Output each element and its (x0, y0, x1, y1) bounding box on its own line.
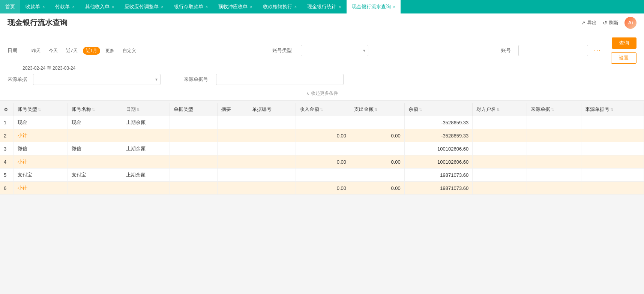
date-btn-1month[interactable]: 近1月 (83, 47, 101, 55)
data-table: ⚙ 账号类型⇅ 账号名称⇅ 日期⇅ 单据类型 摘要 单据编号 收入金额⇅ (0, 103, 644, 195)
refresh-button[interactable]: ↺ 刷新 (603, 19, 618, 26)
nav-label-prepay: 预收冲应收单 (218, 0, 248, 13)
td-summary (218, 182, 248, 195)
close-icon-collection[interactable]: × (294, 0, 297, 13)
settings-button[interactable]: 设置 (611, 52, 636, 64)
th-account-type[interactable]: 账号类型⇅ (14, 103, 68, 116)
sort-icon-account-name: ⇅ (92, 107, 95, 112)
td-expense: 0.00 (350, 129, 405, 142)
th-expense[interactable]: 支出金额⇅ (350, 103, 405, 116)
th-source-doc-no[interactable]: 来源单据号⇅ (581, 103, 644, 116)
td-date (122, 155, 170, 169)
td-doc-type (170, 182, 218, 195)
account-type-select[interactable] (301, 45, 368, 56)
source-doc-label: 来源单据 (8, 76, 27, 83)
th-income[interactable]: 收入金额⇅ (296, 103, 350, 116)
th-account-name[interactable]: 账号名称⇅ (68, 103, 122, 116)
td-account-name: 微信 (68, 142, 122, 155)
date-btn-yesterday[interactable]: 昨天 (29, 47, 44, 55)
nav-item-bank-deposit[interactable]: 银行存取款单 × (169, 0, 213, 13)
nav-item-receipt[interactable]: 收款单 × (20, 0, 50, 13)
close-icon-bank-stats[interactable]: × (339, 0, 341, 13)
th-doc-no: 单据编号 (248, 103, 296, 116)
date-btn-today[interactable]: 今天 (46, 47, 61, 55)
nav-label-collection: 收款核销执行 (263, 0, 292, 13)
td-source-doc-no (581, 182, 644, 195)
td-source-doc (527, 129, 581, 142)
top-navigation: 首页 收款单 × 付款单 × 其他收入单 × 应收应付调整单 × 银行存取款单 … (0, 0, 644, 13)
td-row-no: 4 (0, 155, 14, 169)
close-icon-payment[interactable]: × (72, 0, 74, 13)
th-summary: 摘要 (218, 103, 248, 116)
th-gear[interactable]: ⚙ (0, 103, 14, 116)
td-account-type: 现金 (14, 116, 68, 129)
td-doc-no (248, 142, 296, 155)
close-icon-other-income[interactable]: × (112, 0, 114, 13)
td-expense: 0.00 (350, 155, 405, 169)
td-income (296, 116, 350, 129)
nav-item-payment[interactable]: 付款单 × (50, 0, 80, 13)
nav-item-bank-stats[interactable]: 现金银行统计 × (302, 0, 346, 13)
query-button[interactable]: 查询 (612, 37, 636, 49)
table-row: 3微信微信上期余额100102606.60 (0, 142, 644, 155)
td-income: 0.00 (296, 182, 350, 195)
td-income (296, 169, 350, 182)
table-row: 1现金现金上期余额-3528659.33 (0, 116, 644, 129)
close-icon-bank-flow[interactable]: × (393, 0, 395, 13)
ai-avatar[interactable]: Ai (624, 17, 636, 29)
close-icon-bank-deposit[interactable]: × (206, 0, 208, 13)
th-date[interactable]: 日期⇅ (122, 103, 170, 116)
td-summary (218, 142, 248, 155)
th-counterparty[interactable]: 对方户名⇅ (473, 103, 527, 116)
source-doc-select[interactable] (33, 74, 161, 85)
nav-label-adjust: 应收应付调整单 (125, 0, 159, 13)
td-row-no: 3 (0, 142, 14, 155)
td-account-type: 小计 (14, 129, 68, 142)
td-date (122, 182, 170, 195)
source-doc-no-input[interactable] (216, 74, 344, 85)
td-summary (218, 155, 248, 169)
close-icon-receipt[interactable]: × (42, 0, 45, 13)
td-source-doc-no (581, 155, 644, 169)
account-input[interactable] (518, 45, 588, 56)
sort-icon-counterparty: ⇅ (497, 107, 500, 112)
td-date (122, 129, 170, 142)
dots-button[interactable]: ··· (594, 47, 601, 54)
nav-item-prepay[interactable]: 预收冲应收单 × (213, 0, 257, 13)
nav-item-bank-flow[interactable]: 现金银行流水查询 × (347, 0, 401, 13)
td-date: 上期余额 (122, 169, 170, 182)
collapse-bar[interactable]: ∧ 收起更多条件 (8, 89, 636, 97)
td-source-doc-no (581, 142, 644, 155)
td-expense (350, 169, 405, 182)
nav-item-adjust[interactable]: 应收应付调整单 × (119, 0, 168, 13)
date-range-display: 2023-02-24 至 2023-03-24 (23, 66, 75, 71)
close-icon-prepay[interactable]: × (250, 0, 252, 13)
nav-item-collection[interactable]: 收款核销执行 × (258, 0, 302, 13)
th-source-doc[interactable]: 来源单据⇅ (527, 103, 581, 116)
td-row-no: 5 (0, 169, 14, 182)
gear-icon[interactable]: ⚙ (4, 107, 8, 112)
td-doc-type (170, 142, 218, 155)
td-account-name: 支付宝 (68, 169, 122, 182)
table-row: 4小计0.000.00100102606.60 (0, 155, 644, 169)
nav-label-other-income: 其他收入单 (85, 0, 110, 13)
export-label: 导出 (587, 19, 597, 26)
date-btn-more[interactable]: 更多 (102, 47, 117, 55)
nav-item-other-income[interactable]: 其他收入单 × (80, 0, 119, 13)
nav-item-home[interactable]: 首页 (0, 0, 20, 13)
account-label: 账号 (501, 47, 512, 54)
table-row: 5支付宝支付宝上期余额19871073.60 (0, 169, 644, 182)
date-btn-7days[interactable]: 近7天 (63, 47, 81, 55)
td-account-name (68, 129, 122, 142)
close-icon-adjust[interactable]: × (161, 0, 163, 13)
export-button[interactable]: ↗ 导出 (581, 19, 597, 26)
td-source-doc (527, 142, 581, 155)
td-summary (218, 169, 248, 182)
td-account-name (68, 182, 122, 195)
nav-label-receipt: 收款单 (26, 0, 40, 13)
td-balance: 19871073.60 (404, 182, 473, 195)
date-btn-custom[interactable]: 自定义 (120, 47, 139, 55)
th-balance[interactable]: 余额⇅ (404, 103, 473, 116)
sort-icon-expense: ⇅ (374, 107, 377, 112)
nav-label-bank-flow: 现金银行流水查询 (352, 0, 391, 13)
